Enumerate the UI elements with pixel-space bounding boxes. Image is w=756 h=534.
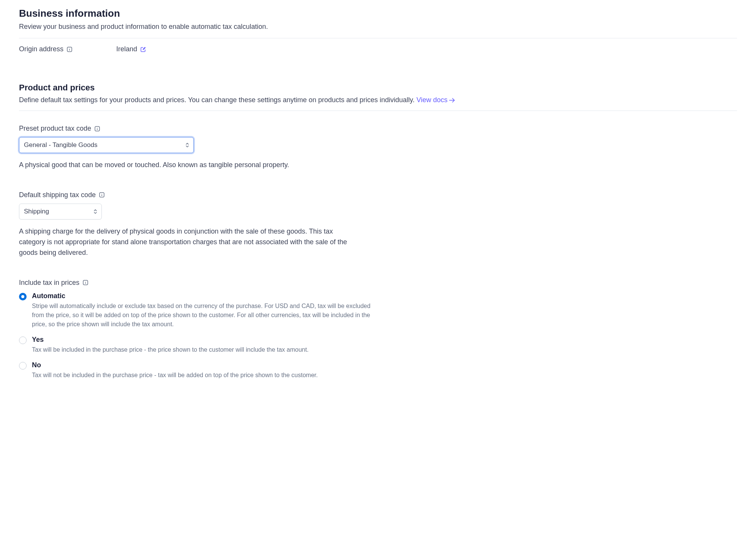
radio-input[interactable]: [19, 337, 27, 344]
origin-address-value-text: Ireland: [116, 45, 137, 53]
radio-description: Stripe will automatically include or exc…: [32, 302, 374, 329]
origin-address-label-text: Origin address: [19, 45, 63, 53]
radio-title: Yes: [32, 336, 374, 344]
svg-point-12: [85, 281, 85, 281]
preset-tax-code-description: A physical good that can be moved or tou…: [19, 160, 361, 171]
include-tax-radio-group: Automatic Stripe will automatically incl…: [19, 292, 737, 380]
radio-title: Automatic: [32, 292, 374, 300]
info-icon[interactable]: [94, 126, 100, 132]
business-info-title: Business information: [19, 8, 737, 19]
include-tax-label-text: Include tax in prices: [19, 279, 79, 287]
info-icon[interactable]: [82, 280, 89, 286]
divider: [19, 38, 737, 38]
shipping-tax-code-value: Shipping: [24, 208, 49, 215]
svg-point-2: [69, 48, 70, 48]
product-prices-subtitle: Define default tax settings for your pro…: [19, 95, 737, 105]
info-icon[interactable]: [99, 192, 105, 198]
shipping-tax-code-description: A shipping charge for the delivery of ph…: [19, 226, 361, 258]
shipping-tax-code-label: Default shipping tax code: [19, 191, 737, 199]
radio-content: Automatic Stripe will automatically incl…: [32, 292, 374, 329]
svg-point-9: [102, 194, 102, 194]
origin-address-label: Origin address: [19, 45, 116, 53]
radio-input[interactable]: [19, 362, 27, 370]
radio-content: Yes Tax will be included in the purchase…: [32, 336, 374, 354]
preset-tax-code-value: General - Tangible Goods: [24, 141, 97, 149]
svg-point-6: [97, 127, 98, 128]
radio-title: No: [32, 361, 374, 369]
preset-tax-code-select[interactable]: General - Tangible Goods: [19, 137, 194, 153]
preset-tax-code-label-text: Preset product tax code: [19, 125, 91, 133]
preset-tax-code-label: Preset product tax code: [19, 125, 737, 133]
radio-option-no[interactable]: No Tax will not be included in the purch…: [19, 361, 737, 380]
origin-address-value: Ireland: [116, 45, 146, 53]
origin-address-row: Origin address Ireland: [19, 45, 737, 53]
divider: [19, 111, 737, 111]
radio-description: Tax will not be included in the purchase…: [32, 371, 374, 380]
radio-description: Tax will be included in the purchase pri…: [32, 345, 374, 354]
product-prices-subtitle-text: Define default tax settings for your pro…: [19, 96, 416, 104]
view-docs-link[interactable]: View docs: [416, 95, 455, 105]
info-icon[interactable]: [66, 46, 73, 52]
radio-option-yes[interactable]: Yes Tax will be included in the purchase…: [19, 336, 737, 354]
radio-content: No Tax will not be included in the purch…: [32, 361, 374, 380]
radio-input[interactable]: [19, 293, 27, 300]
chevron-updown-icon: [93, 209, 98, 215]
arrow-right-icon: [449, 98, 455, 103]
chevron-updown-icon: [185, 142, 190, 148]
view-docs-text: View docs: [416, 95, 448, 105]
include-tax-label: Include tax in prices: [19, 279, 737, 287]
shipping-tax-code-label-text: Default shipping tax code: [19, 191, 96, 199]
radio-option-automatic[interactable]: Automatic Stripe will automatically incl…: [19, 292, 737, 329]
shipping-tax-code-select[interactable]: Shipping: [19, 204, 102, 220]
product-prices-title: Product and prices: [19, 83, 737, 93]
edit-icon[interactable]: [140, 46, 146, 52]
business-info-subtitle: Review your business and product informa…: [19, 22, 737, 32]
